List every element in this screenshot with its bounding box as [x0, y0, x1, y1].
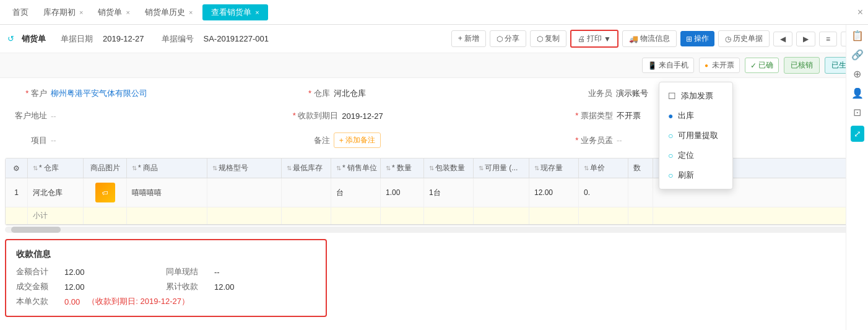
sidebar-icon-3[interactable]: ⊕	[853, 68, 861, 80]
th-avail: ⇅ 可用量 (...	[474, 158, 529, 178]
tab-sales-history-close[interactable]: ×	[189, 9, 193, 16]
total-row: 金额合计 12.00	[16, 266, 166, 277]
sidebar-icon-5[interactable]: ⊡	[853, 106, 861, 118]
dropdown-label-refresh: 刷新	[678, 170, 694, 181]
subtotal-row: 小计	[6, 207, 862, 225]
total-label: 金额合计	[16, 266, 59, 277]
print-button[interactable]: 🖨 打印 ▼	[570, 30, 618, 48]
logistics-button[interactable]: 🚚 物流信息	[622, 30, 677, 47]
confirm-button[interactable]: ✓ 已确	[745, 58, 779, 73]
salesperson-label: 业务员	[575, 88, 612, 99]
dropdown-item-refresh[interactable]: ○ 刷新	[659, 165, 732, 185]
tab-inventory-close[interactable]: ×	[79, 9, 83, 16]
sort-icon: ⇅	[33, 165, 38, 172]
ticket-value: 不开票	[617, 110, 641, 121]
operations-button[interactable]: ⊞ 操作	[680, 31, 714, 46]
project-value: --	[51, 136, 56, 145]
cumulative-value: 12.00	[214, 282, 235, 292]
th-stock: ⇅ 现存量	[529, 158, 579, 178]
refresh-icon: ○	[668, 170, 673, 180]
nav-next-button[interactable]: ▶	[796, 32, 815, 46]
tab-view-sales[interactable]: 查看销货单 ×	[202, 4, 267, 20]
nav-prev-button[interactable]: ◀	[773, 32, 792, 46]
th-pack: ⇅ 包装数量	[424, 158, 474, 178]
grid-view-button[interactable]: ≡	[819, 32, 837, 46]
dropdown-label-outstock: 出库	[678, 110, 694, 121]
row1-unit: 台	[331, 178, 381, 207]
dropdown-item-outstock[interactable]: ● 出库	[659, 106, 732, 126]
add-note-button[interactable]: + 添加备注	[334, 132, 381, 148]
history-icon: ◷	[725, 35, 731, 43]
customer-field: 客户 柳州粤港平安气体有限公司	[10, 85, 293, 102]
subtotal-col7	[381, 207, 424, 224]
th-image: 商品图片	[84, 158, 127, 178]
sort-icon3: ⇅	[212, 165, 217, 172]
tab-sales-history-label: 销货单历史	[145, 7, 185, 18]
dropdown-label-invoice: 添加发票	[681, 90, 713, 102]
product-table: ⚙ ⇅ * 仓库 商品图片 ⇅ * 商品 ⇅ 规格型号 ⇅ 最低库存	[5, 158, 863, 225]
sidebar-icon-1[interactable]: 📋	[851, 30, 864, 41]
operations-dropdown: ☐ 添加发票 ● 出库 ○ 可用量提取 ○ 定位 ○ 刷新	[659, 82, 733, 189]
total-value: 12.00	[64, 267, 85, 277]
form-area: 客户 柳州粤港平安气体有限公司 仓库 河北仓库 业务员 演示账号 客户地址 --…	[0, 78, 868, 158]
th-price: ⇅ 单价	[579, 158, 628, 178]
doc-icon: ↺	[7, 34, 14, 43]
copy-button[interactable]: ⬡ 复制	[530, 30, 566, 47]
subtotal-text: 小计	[28, 207, 84, 224]
project-label: 项目	[10, 135, 47, 146]
status-voided[interactable]: 已核销	[784, 57, 820, 74]
address-value: --	[51, 111, 56, 121]
dropdown-item-avail[interactable]: ○ 可用量提取	[659, 126, 732, 145]
row1-qty: 1.00	[381, 178, 424, 207]
warehouse-value: 河北仓库	[334, 88, 366, 99]
tab-sales-history[interactable]: 销货单历史 ×	[137, 0, 200, 25]
mobile-button[interactable]: 📱 来自手机	[642, 58, 694, 73]
row1-avail	[474, 178, 529, 207]
subtotal-col11	[579, 207, 628, 224]
tab-inventory-label: 库存期初	[43, 7, 76, 18]
horizontal-scrollbar[interactable]	[5, 227, 863, 233]
th-minstock: ⇅ 最低库存	[282, 158, 331, 178]
dropdown-item-invoice[interactable]: ☐ 添加发票	[659, 86, 732, 106]
subtotal-col9	[474, 207, 529, 224]
scrollbar-thumb[interactable]	[11, 227, 61, 233]
sort-icon10: ⇅	[584, 165, 589, 172]
ticket-label: 票据类型	[575, 110, 613, 121]
sales-rep-label: 业务员孟	[575, 135, 613, 146]
row1-product: 嘻嘻嘻嘻	[127, 178, 207, 207]
tab-home[interactable]: 首页	[5, 0, 36, 25]
settlement-row: 同单现结 --	[166, 266, 316, 277]
history-button[interactable]: ◷ 历史单据	[718, 30, 770, 47]
share-button[interactable]: ⬡ 分享	[490, 30, 526, 47]
tab-home-label: 首页	[12, 7, 28, 18]
customer-value[interactable]: 柳州粤港平安气体有限公司	[51, 88, 147, 99]
sort-icon6: ⇅	[386, 165, 391, 172]
sidebar-icon-4[interactable]: 👤	[851, 87, 864, 99]
subtotal-col8	[424, 207, 474, 224]
sort-icon5: ⇅	[336, 165, 341, 172]
th-settings[interactable]: ⚙	[6, 158, 28, 178]
tab-view-sales-close[interactable]: ×	[255, 9, 259, 16]
not-open-button[interactable]: 未开票	[699, 58, 740, 73]
dropdown-item-locate[interactable]: ○ 定位	[659, 145, 732, 165]
tab-sales-close[interactable]: ×	[126, 9, 129, 16]
new-button[interactable]: + 新增	[451, 30, 486, 47]
dropdown-label-avail: 可用量提取	[678, 130, 718, 141]
sidebar-icon-expand[interactable]: ⤢	[851, 126, 864, 142]
tab-sales[interactable]: 销货单 ×	[90, 0, 137, 25]
due-note: （收款到期日: 2019-12-27）	[87, 296, 189, 307]
th-spec: ⇅ 规格型号	[207, 158, 282, 178]
transaction-value: 12.00	[64, 282, 85, 292]
project-field: 项目 --	[10, 130, 293, 150]
sort-icon7: ⇅	[429, 165, 434, 172]
sort-icon4: ⇅	[287, 165, 292, 172]
share-icon: ⬡	[497, 35, 503, 43]
subtotal-col12	[628, 207, 653, 224]
window-close-button[interactable]: ×	[857, 7, 863, 18]
tab-inventory[interactable]: 库存期初 ×	[36, 0, 90, 25]
warehouse-label: 仓库	[293, 88, 330, 99]
right-sidebar: 📋 🔗 ⊕ 👤 ⊡ ⤢	[846, 25, 868, 330]
sidebar-icon-2[interactable]: 🔗	[851, 49, 864, 61]
subtotal-col5	[282, 207, 331, 224]
product-image: 🏷	[95, 183, 115, 202]
